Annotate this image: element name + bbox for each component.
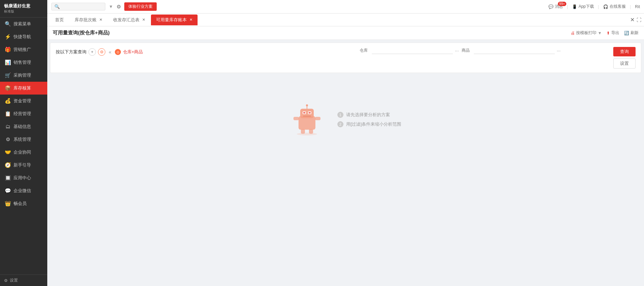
app-subtitle: 标准版 (4, 9, 43, 14)
sidebar-item-label: 经营管理 (14, 111, 31, 117)
online-support-label: 在线客服 (610, 4, 626, 9)
print-btn[interactable]: 🖨 按模板打印 ▼ (571, 30, 602, 36)
tab-batch[interactable]: 库存批次账✕ (70, 15, 107, 25)
product-field: 商品 ··· (462, 47, 561, 54)
sidebar-item-search[interactable]: 🔍搜索菜单 (0, 18, 47, 30)
sidebar-footer[interactable]: ⚙ 设置 (0, 275, 47, 286)
settings-icon: ⚙ (4, 278, 8, 283)
tab-available[interactable]: 可用量库存账本✕ (151, 15, 198, 25)
user-label: Rit (635, 4, 640, 9)
system-icon: ⚙ (5, 136, 11, 142)
sidebar-header: 畅康通好生意 标准版 (0, 0, 47, 18)
sidebar: 畅康通好生意 标准版 🔍搜索菜单⚡快捷导航🎁营销推广📊销售管理🛒采购管理📦库存核… (0, 0, 47, 286)
refresh-icon: 🔄 (624, 31, 629, 35)
scheme-item[interactable]: ⊙ 仓库+商品 (111, 47, 360, 57)
sidebar-item-label: 基础信息 (14, 124, 31, 130)
warehouse-more-btn[interactable]: ··· (455, 48, 459, 53)
sidebar-item-label: 快捷导航 (14, 34, 31, 40)
app-download-label: App下载 (578, 4, 594, 9)
message-btn[interactable]: 💬 消息 99+ (548, 4, 563, 9)
sidebar-item-guide[interactable]: 🧭新手引导 (0, 159, 47, 172)
warehouse-input[interactable] (372, 47, 453, 54)
tab-close-summary[interactable]: ✕ (142, 18, 145, 22)
sidebar-item-shortcut[interactable]: ⚡快捷导航 (0, 30, 47, 43)
action-btns: 查询 设置 (613, 47, 636, 69)
topbar-search-box[interactable]: 🔍 (51, 3, 105, 10)
sidebar-item-operations[interactable]: 📋经营管理 (0, 107, 47, 120)
topbar: 🔍 ▼ ⚙ 体验行业方案 💬 消息 99+ | 📱 App下载 | 🎧 在线客服… (47, 0, 644, 14)
message-badge: 99+ (558, 2, 566, 6)
user-avatar[interactable]: Rit (635, 4, 640, 9)
online-support-btn[interactable]: 🎧 在线客服 (603, 4, 626, 9)
svg-rect-11 (293, 117, 299, 120)
expand-btn[interactable]: ⛶ (637, 17, 641, 23)
sidebar-item-sales[interactable]: 📊销售管理 (0, 56, 47, 69)
product-label: 商品 (462, 48, 472, 53)
query-row: 按以下方案查询 + ⚙ « ⊙ 仓库+商品 仓库 (56, 47, 636, 69)
main-area: 🔍 ▼ ⚙ 体验行业方案 💬 消息 99+ | 📱 App下载 | 🎧 在线客服… (47, 0, 644, 286)
tab-label: 收发存汇总表 (113, 17, 139, 23)
tip-text-1: 请先选择要分析的方案 (346, 112, 390, 118)
sidebar-item-label: 应用中心 (14, 175, 31, 181)
refresh-btn[interactable]: 🔄 刷新 (624, 30, 639, 36)
add-scheme-btn[interactable]: + (88, 48, 96, 56)
svg-rect-4 (303, 112, 305, 113)
empty-state-content: 1 请先选择要分析的方案 2 用[过滤]条件来缩小分析范围 (290, 103, 401, 136)
svg-point-8 (306, 104, 308, 106)
tip-text-2: 用[过滤]条件来缩小分析范围 (346, 121, 401, 127)
app-download-btn[interactable]: 📱 App下载 (572, 4, 594, 9)
topbar-dropdown-icon[interactable]: ▼ (109, 4, 113, 9)
sidebar-item-label: 新手引导 (14, 162, 31, 168)
topbar-actions: 💬 消息 99+ | 📱 App下载 | 🎧 在线客服 | Rit (548, 4, 640, 9)
sidebar-item-finance[interactable]: 💰资金管理 (0, 95, 47, 107)
sidebar-item-label: 资金管理 (14, 98, 31, 104)
scheme-label: 仓库+商品 (123, 49, 143, 55)
tip-item-2: 2 用[过滤]条件来缩小分析范围 (337, 121, 401, 127)
svg-rect-12 (315, 117, 320, 120)
sidebar-item-inventory[interactable]: 📦库存核算 (0, 82, 47, 95)
industry-btn[interactable]: 体验行业方案 (124, 2, 157, 11)
close-tab-btn[interactable]: ✕ (630, 17, 635, 23)
empty-robot-illustration (290, 103, 324, 136)
marketing-icon: 🎁 (5, 47, 11, 53)
member-icon: 👑 (5, 201, 11, 207)
settings-scheme-btn[interactable]: ⚙ (98, 48, 105, 56)
tip-num-2: 2 (337, 121, 343, 127)
sidebar-item-label: 畅会员 (14, 201, 27, 207)
sidebar-item-purchase[interactable]: 🛒采购管理 (0, 69, 47, 82)
app-title: 畅康通好生意 (4, 3, 43, 9)
shortcut-icon: ⚡ (5, 34, 11, 40)
product-more-btn[interactable]: ··· (557, 48, 561, 53)
svg-rect-5 (309, 112, 311, 113)
sidebar-item-member[interactable]: 👑畅会员 (0, 197, 47, 210)
message-icon: 💬 (548, 4, 553, 9)
sidebar-item-basic[interactable]: 🗂基础信息 (0, 120, 47, 133)
collapse-btn[interactable]: « (109, 49, 111, 55)
sidebar-item-enterprise[interactable]: 🤝企业协同 (0, 146, 47, 159)
sidebar-footer-label: 设置 (10, 278, 18, 283)
query-btn[interactable]: 查询 (613, 47, 636, 56)
sidebar-item-wechat[interactable]: 💬企业微信 (0, 184, 47, 197)
tab-close-batch[interactable]: ✕ (99, 18, 102, 22)
tab-summary[interactable]: 收发存汇总表✕ (108, 15, 150, 25)
headset-icon: 🎧 (603, 4, 608, 9)
product-input[interactable] (474, 47, 555, 54)
warehouse-field: 仓库 ··· (360, 47, 459, 54)
settings-btn[interactable]: 设置 (613, 58, 636, 69)
sidebar-item-label: 搜索菜单 (14, 21, 31, 27)
tab-home[interactable]: 首页 (50, 15, 69, 25)
sidebar-item-label: 企业协同 (14, 149, 31, 155)
export-btn[interactable]: ⬆ 导出 (607, 30, 619, 36)
print-dropdown-icon[interactable]: ▼ (598, 31, 602, 35)
sidebar-item-marketing[interactable]: 🎁营销推广 (0, 43, 47, 56)
tabs-right-actions: ✕ ⛶ (630, 17, 641, 23)
export-icon: ⬆ (607, 31, 610, 35)
tab-close-available[interactable]: ✕ (189, 18, 192, 22)
search-input[interactable] (61, 4, 95, 9)
appcenter-icon: 🔲 (5, 175, 11, 181)
scheme-icon: ⊙ (115, 49, 121, 55)
sidebar-item-label: 企业微信 (14, 188, 31, 194)
sidebar-item-system[interactable]: ⚙系统管理 (0, 133, 47, 146)
sidebar-item-appcenter[interactable]: 🔲应用中心 (0, 172, 47, 184)
gear-icon[interactable]: ⚙ (117, 4, 121, 10)
